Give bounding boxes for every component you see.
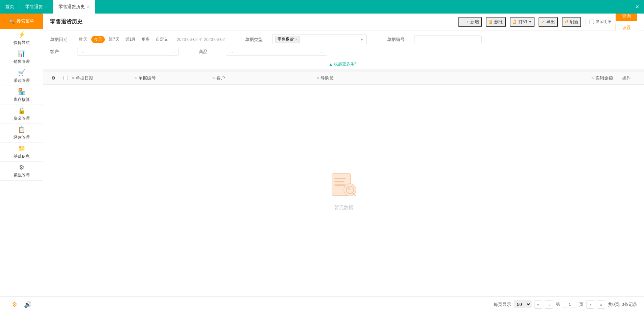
sidebar-item-basic-info[interactable]: 📁 基础信息 [0,143,43,162]
filter-row-1: 单据日期 昨天 今天 近7天 近1月 更多 自定义 2023-06-02 至 2… [50,35,637,44]
main-layout: 🔍 搜索菜单 ⚡ 快捷导航 📊 销售管理 🛒 采购管理 🏪 库存核算 🔒 资金管… [0,14,644,312]
sales-mgmt-icon: 📊 [18,50,25,58]
th-date-sort-icon: ⇅ [72,76,74,80]
sidebar-item-quick-nav[interactable]: ⚡ 快捷导航 [0,29,43,48]
goods-ellipsis: … [320,49,324,54]
goods-input-wrap[interactable]: … [226,48,327,55]
doc-type-tag: 零售退货 × [275,36,300,43]
delete-button[interactable]: 🗑 删除 [486,17,506,27]
per-page-select[interactable]: 50 100 200 [514,300,531,308]
tab-retail-return-close[interactable]: × [45,4,47,9]
th-date[interactable]: ⇅ 单据日期 [72,75,134,81]
action-divider [585,19,586,25]
sidebar-item-purchase-mgmt[interactable]: 🛒 采购管理 [0,67,43,86]
th-action-label: 操作 [622,75,631,81]
show-detail-checkbox-wrap[interactable]: 显示明细 [590,19,612,25]
goods-label: 商品 [199,49,219,55]
sidebar-search[interactable]: 🔍 搜索菜单 [0,14,43,29]
show-detail-checkbox[interactable] [590,20,594,24]
th-no-label: 单据编号 [138,75,156,81]
sidebar-item-finance-mgmt-label: 资金管理 [14,116,30,121]
select-all-checkbox[interactable] [64,76,68,80]
date-btn-1month[interactable]: 近1月 [123,36,138,43]
sidebar-item-sales-mgmt-label: 销售管理 [14,59,30,65]
date-btn-7days[interactable]: 近7天 [107,36,121,43]
tab-retail-return-label: 零售退货 [25,4,43,10]
doc-no-input-wrap[interactable] [414,36,482,43]
customer-input[interactable] [80,49,170,54]
date-btn-custom[interactable]: 自定义 [154,36,170,43]
sidebar-item-operations-mgmt[interactable]: 📋 经营管理 [0,124,43,143]
export-button[interactable]: ↗ 导出 [539,17,558,27]
date-filter-label: 单据日期 [50,37,70,43]
customer-input-wrap[interactable]: … [77,48,178,55]
content-header: 零售退货历史 ＋ + 新增 🗑 删除 🖨 打印 ▼ ↗ 导出 [43,14,644,30]
doc-type-tag-close[interactable]: × [295,37,297,42]
th-guide-label: 导购员 [320,75,334,81]
tab-retail-return-history-close[interactable]: × [87,4,89,9]
date-btn-more[interactable]: 更多 [140,36,152,43]
customer-ellipsis: … [171,49,175,54]
doc-no-input[interactable] [417,37,479,42]
sidebar-item-system-mgmt-label: 系统管理 [14,173,30,178]
tab-retail-return-history[interactable]: 零售退货历史 × [53,0,95,14]
th-no[interactable]: ⇅ 单据编号 [134,75,212,81]
search-icon: 🔍 [9,19,15,24]
date-range-text: 2023-06-02 至 2023-06-02 [177,37,224,43]
sidebar-speaker-icon[interactable]: 🔊 [24,301,31,308]
th-no-sort-icon: ⇅ [134,76,137,80]
doc-type-select[interactable]: 零售退货 × ▼ [272,35,367,44]
page-input[interactable] [563,301,576,308]
th-guide[interactable]: ⇅ 导购员 [316,75,395,81]
sidebar-item-inventory-calc-label: 库存核算 [14,97,30,103]
sidebar-item-inventory-calc[interactable]: 🏪 库存核算 [0,86,43,105]
print-button[interactable]: 🖨 打印 ▼ [510,17,534,27]
top-bar: 首页 零售退货 × 零售退货历史 × × [0,0,644,14]
finance-mgmt-icon: 🔒 [18,107,25,114]
basic-info-icon: 📁 [18,145,25,152]
per-page-label: 每页显示 [494,302,511,308]
tab-retail-return[interactable]: 零售退货 × [20,0,53,14]
purchase-mgmt-icon: 🛒 [18,69,25,76]
inventory-calc-icon: 🏪 [18,88,25,95]
svg-point-7 [348,187,350,190]
sidebar: 🔍 搜索菜单 ⚡ 快捷导航 📊 销售管理 🛒 采购管理 🏪 库存核算 🔒 资金管… [0,14,43,312]
collapse-icon: ▲ [329,62,333,67]
th-customer-label: 客户 [216,75,225,81]
doc-type-label: 单据类型 [245,37,265,43]
sidebar-item-basic-info-label: 基础信息 [14,154,30,159]
sidebar-item-system-mgmt[interactable]: ⚙ 系统管理 [0,162,43,181]
date-btn-today[interactable]: 今天 [91,36,105,43]
print-dropdown-icon: ▼ [528,20,532,24]
sidebar-item-finance-mgmt[interactable]: 🔒 资金管理 [0,105,43,124]
date-btn-yesterday[interactable]: 昨天 [77,36,89,43]
empty-state-text: 暂无数据 [334,205,353,211]
prev-page-button[interactable]: ‹ [545,300,553,309]
last-page-button[interactable]: » [597,300,605,309]
sidebar-item-quick-nav-label: 快捷导航 [14,40,30,46]
tab-home[interactable]: 首页 [0,0,20,14]
col-checkbox[interactable] [59,76,72,80]
col-settings[interactable]: ⚙ [47,75,59,81]
refresh-button[interactable]: ↺ 刷新 [562,17,581,27]
date-btn-group: 昨天 今天 近7天 近1月 更多 自定义 [77,36,170,43]
th-amount[interactable]: ⇅ 实销金额 [550,75,613,81]
sidebar-item-sales-mgmt[interactable]: 📊 销售管理 [0,48,43,67]
table-header: ⚙ ⇅ 单据日期 ⇅ 单据编号 ⇅ 客户 [43,72,644,85]
first-page-button[interactable]: « [534,300,542,309]
next-page-button[interactable]: › [586,300,594,309]
customer-label: 客户 [50,49,70,55]
collapse-button[interactable]: ▲ 收起更多条件 [50,59,637,69]
new-button[interactable]: ＋ + 新增 [458,17,482,27]
svg-rect-2 [334,181,344,182]
query-button[interactable]: 查询 [616,14,637,21]
doc-type-dropdown-icon: ▼ [360,38,364,42]
th-date-label: 单据日期 [76,75,93,81]
goods-input[interactable] [229,49,318,54]
page-unit-label: 页 [579,302,583,308]
pagination: 每页显示 50 100 200 « ‹ 第 页 › » 共0页, 0条记录 [43,296,644,312]
window-close-button[interactable]: × [630,0,644,14]
total-label: 共0页, 0条记录 [608,302,637,308]
sidebar-settings-icon[interactable]: ⚙ [12,301,17,308]
th-customer[interactable]: ⇅ 客户 [212,75,316,81]
